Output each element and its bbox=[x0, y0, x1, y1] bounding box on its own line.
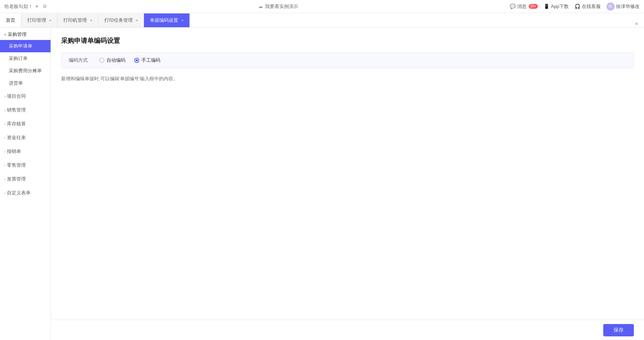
sidebar-group-invoice-mgmt[interactable]: › 发票管理 bbox=[0, 172, 51, 186]
sidebar-item-purchase-request-label: 采购申请单 bbox=[9, 43, 32, 49]
chevron-right-icon-returns: › bbox=[4, 150, 5, 154]
main-layout: ▾ 采购管理 采购申请单 采购订单 采购费用分摊单 进货单 › 项目合同 › 销… bbox=[0, 28, 644, 340]
sidebar-group-procurement[interactable]: ▾ 采购管理 bbox=[0, 28, 51, 40]
top-bar-right: 💬 消息 99+ 📱 App下数 🎧 在线客服 徐 徐泽华修改 bbox=[510, 3, 640, 11]
sidebar-group-retail-mgmt[interactable]: › 零售管理 bbox=[0, 158, 51, 172]
top-bar: 给老板勾划！ ▾ ⚙ ☁ 我要看实例演示 💬 消息 99+ 📱 App下数 🎧 … bbox=[0, 0, 644, 13]
sidebar-group-project-contract-label: 项目合同 bbox=[7, 93, 26, 100]
sidebar-group-custom-forms[interactable]: › 自定义表单 bbox=[0, 186, 51, 200]
message-icon: 💬 bbox=[510, 4, 516, 9]
online-service-button[interactable]: 🎧 在线客服 bbox=[575, 3, 601, 10]
message-label: 消息 bbox=[517, 3, 527, 10]
tab-print-task-mgmt-label: 打印任务管理 bbox=[104, 17, 133, 24]
chevron-down-icon: ▾ bbox=[4, 33, 6, 37]
tab-home[interactable]: 首页 bbox=[0, 13, 21, 27]
chevron-right-icon-retail: › bbox=[4, 163, 5, 167]
sidebar-group-inventory[interactable]: › 库存核算 bbox=[0, 117, 51, 131]
tab-printer-mgmt[interactable]: 打印机管理 × bbox=[57, 13, 98, 27]
radio-auto-label: 自动编码 bbox=[107, 57, 125, 64]
tab-bar-close-all[interactable]: × bbox=[629, 21, 644, 27]
sidebar-group-capital[interactable]: › 资金往来 bbox=[0, 131, 51, 145]
tab-print-task-mgmt-close[interactable]: × bbox=[136, 18, 138, 23]
top-bar-left: 给老板勾划！ ▾ ⚙ bbox=[4, 3, 47, 10]
tab-barcode-setting-close[interactable]: × bbox=[181, 18, 183, 23]
tab-bar: 首页 打印管理 × 打印机管理 × 打印任务管理 × 单据编码设置 × × bbox=[0, 13, 644, 28]
chevron-right-icon-project: › bbox=[4, 94, 5, 98]
tab-home-label: 首页 bbox=[6, 17, 15, 24]
radio-auto-circle[interactable] bbox=[99, 58, 104, 63]
sidebar-item-purchase-expense-label: 采购费用分摊单 bbox=[9, 68, 42, 73]
app-download-label: App下数 bbox=[551, 3, 569, 10]
sidebar-group-retail-mgmt-label: 零售管理 bbox=[7, 162, 26, 169]
app-download-button[interactable]: 📱 App下数 bbox=[544, 3, 569, 10]
sidebar-group-returns-label: 报销单 bbox=[7, 148, 21, 155]
tab-print-mgmt[interactable]: 打印管理 × bbox=[21, 13, 57, 27]
chevron-right-icon-sales: › bbox=[4, 108, 5, 112]
cloud-icon: ☁ bbox=[258, 4, 263, 9]
sidebar-item-purchase-order[interactable]: 采购订单 bbox=[0, 52, 51, 65]
sidebar-item-purchase-expense[interactable]: 采购费用分摊单 bbox=[0, 65, 51, 77]
app-icon: 📱 bbox=[544, 4, 549, 9]
tab-barcode-setting[interactable]: 单据编码设置 × bbox=[144, 13, 189, 27]
sidebar-group-sales-mgmt[interactable]: › 销售管理 bbox=[0, 103, 51, 117]
online-service-label: 在线客服 bbox=[582, 3, 601, 10]
tab-printer-mgmt-close[interactable]: × bbox=[90, 18, 92, 23]
radio-manual-encoding[interactable]: 手工编码 bbox=[134, 57, 160, 64]
dropdown-icon[interactable]: ▾ bbox=[36, 4, 38, 9]
tab-print-mgmt-label: 打印管理 bbox=[27, 17, 46, 24]
hint-text: 新增和编辑单据时,可以编辑'单据编号'输入框中的内容。 bbox=[61, 76, 634, 82]
sidebar-item-purchase-order-label: 采购订单 bbox=[9, 56, 28, 61]
content-inner: 采购申请单编码设置 编码方式 自动编码 手工编码 新增和编辑单据时,可以编辑'单… bbox=[51, 28, 644, 320]
message-badge: 99+ bbox=[529, 4, 538, 9]
tab-printer-mgmt-label: 打印机管理 bbox=[63, 17, 87, 24]
chevron-right-icon-invoice: › bbox=[4, 177, 5, 181]
tab-print-task-mgmt[interactable]: 打印任务管理 × bbox=[99, 13, 144, 27]
sidebar-group-procurement-label: 采购管理 bbox=[8, 31, 27, 38]
chevron-right-icon-inventory: › bbox=[4, 122, 5, 126]
radio-auto-encoding[interactable]: 自动编码 bbox=[99, 57, 125, 64]
bottom-bar: 保存 bbox=[51, 320, 644, 340]
page-title: 采购申请单编码设置 bbox=[61, 36, 634, 45]
message-button[interactable]: 💬 消息 99+ bbox=[510, 3, 538, 10]
sidebar-group-sales-mgmt-label: 销售管理 bbox=[7, 107, 26, 113]
save-button[interactable]: 保存 bbox=[603, 324, 634, 336]
sidebar-group-returns[interactable]: › 报销单 bbox=[0, 145, 51, 158]
settings-icon[interactable]: ⚙ bbox=[43, 4, 47, 9]
sidebar-item-purchase-request[interactable]: 采购申请单 bbox=[0, 40, 51, 52]
sidebar: ▾ 采购管理 采购申请单 采购订单 采购费用分摊单 进货单 › 项目合同 › 销… bbox=[0, 28, 51, 340]
radio-manual-circle[interactable] bbox=[134, 58, 139, 63]
sidebar-item-inbound-label: 进货单 bbox=[9, 80, 23, 86]
sidebar-group-project-contract[interactable]: › 项目合同 bbox=[0, 89, 51, 103]
sidebar-item-inbound[interactable]: 进货单 bbox=[0, 77, 51, 89]
demo-link[interactable]: 我要看实例演示 bbox=[265, 3, 298, 10]
sidebar-group-invoice-mgmt-label: 发票管理 bbox=[7, 176, 26, 182]
user-menu[interactable]: 徐 徐泽华修改 bbox=[607, 3, 640, 11]
sidebar-group-custom-forms-label: 自定义表单 bbox=[7, 190, 31, 196]
chevron-right-icon-capital: › bbox=[4, 136, 5, 140]
top-bar-center: ☁ 我要看实例演示 bbox=[258, 3, 298, 10]
encoding-row: 编码方式 自动编码 手工编码 bbox=[61, 52, 634, 68]
headset-icon: 🎧 bbox=[575, 4, 580, 9]
chevron-right-icon-custom: › bbox=[4, 191, 5, 195]
content-area: 采购申请单编码设置 编码方式 自动编码 手工编码 新增和编辑单据时,可以编辑'单… bbox=[51, 28, 644, 340]
tab-print-mgmt-close[interactable]: × bbox=[49, 18, 51, 23]
user-name: 徐泽华修改 bbox=[616, 3, 640, 10]
radio-manual-label: 手工编码 bbox=[141, 57, 160, 64]
sidebar-group-inventory-label: 库存核算 bbox=[7, 121, 26, 127]
avatar: 徐 bbox=[607, 3, 615, 11]
sidebar-group-capital-label: 资金往来 bbox=[7, 134, 26, 141]
top-bar-brand: 给老板勾划！ bbox=[4, 3, 33, 10]
tab-barcode-setting-label: 单据编码设置 bbox=[150, 17, 178, 24]
encoding-label: 编码方式 bbox=[69, 57, 88, 64]
